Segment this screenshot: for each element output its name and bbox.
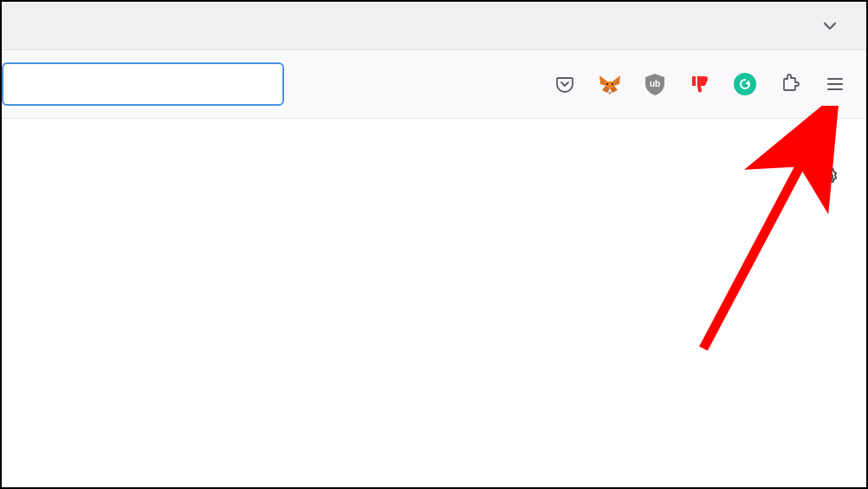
pocket-icon <box>554 74 575 95</box>
extension-row: ub <box>549 68 851 100</box>
svg-text:ub: ub <box>650 79 660 88</box>
svg-point-6 <box>606 83 608 85</box>
grammarly-button[interactable] <box>729 68 761 100</box>
extensions-button[interactable] <box>774 68 806 100</box>
gear-icon <box>818 166 840 188</box>
ublock-icon: ub <box>644 72 666 96</box>
tab-strip <box>2 2 866 50</box>
url-bar[interactable] <box>2 62 284 106</box>
grammarly-icon <box>734 73 756 95</box>
settings-button[interactable] <box>816 164 842 190</box>
app-menu-button[interactable] <box>819 68 851 100</box>
extensions-icon <box>780 74 800 95</box>
list-tabs-button[interactable] <box>818 14 842 38</box>
pocket-button[interactable] <box>549 68 580 100</box>
svg-point-7 <box>612 83 613 85</box>
chevron-down-icon <box>821 17 839 35</box>
metamask-icon <box>598 74 622 95</box>
dislike-icon <box>689 73 711 95</box>
page-content <box>2 118 866 487</box>
nav-toolbar: ub <box>2 50 866 118</box>
hamburger-menu-icon <box>826 75 845 94</box>
return-dislike-button[interactable] <box>684 68 716 100</box>
svg-marker-0 <box>599 75 607 86</box>
metamask-button[interactable] <box>594 68 625 100</box>
svg-marker-1 <box>612 75 620 86</box>
svg-marker-5 <box>607 91 612 95</box>
ublock-button[interactable]: ub <box>639 68 670 100</box>
